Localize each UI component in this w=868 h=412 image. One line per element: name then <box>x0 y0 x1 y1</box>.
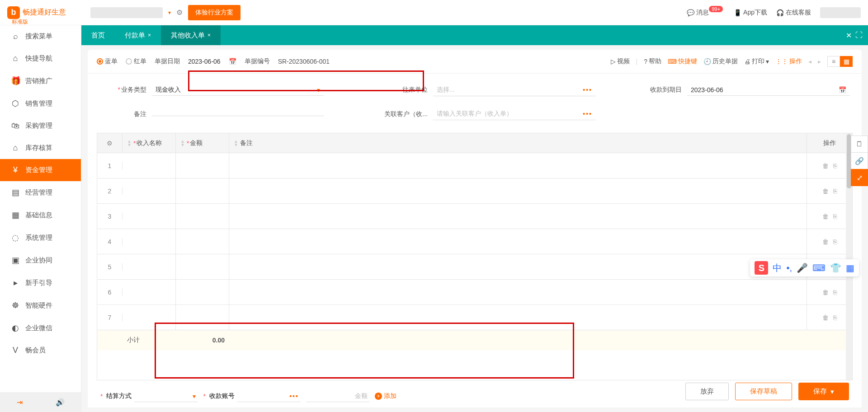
copy-icon[interactable]: ⎘ <box>833 238 837 245</box>
cell-amount[interactable] <box>176 229 229 254</box>
settle-method-select[interactable]: ▾ <box>134 390 198 402</box>
close-icon[interactable]: × <box>208 32 211 38</box>
cell-remark[interactable] <box>229 153 807 178</box>
org-selector[interactable]: ▾ ⚙ <box>90 7 183 18</box>
cell-name[interactable] <box>123 153 176 178</box>
radio-red[interactable]: 红单 <box>126 57 146 66</box>
delete-icon[interactable]: 🗑 <box>822 289 829 296</box>
delete-icon[interactable]: 🗑 <box>822 213 829 220</box>
save-button[interactable]: 保存 ▾ <box>798 383 849 400</box>
help-link[interactable]: ? 帮助 <box>644 57 661 66</box>
table-row[interactable]: 2 🗑 ⎘ <box>97 178 852 204</box>
prev-page-icon[interactable]: ◂ <box>808 58 811 65</box>
close-icon[interactable]: × <box>148 32 151 38</box>
sidebar-item-8[interactable]: ▦基础信息 <box>0 204 81 226</box>
remark-input[interactable] <box>152 112 324 116</box>
save-draft-button[interactable]: 保存草稿 <box>735 383 792 400</box>
more-icon[interactable]: ••• <box>583 110 592 117</box>
bill-date-value[interactable]: 2023-06-06 <box>188 58 221 65</box>
cell-amount[interactable] <box>176 178 229 203</box>
cell-remark[interactable] <box>229 280 807 304</box>
view-detail-button[interactable]: ▦ <box>840 56 853 67</box>
sound-icon[interactable]: 🔊 <box>56 398 65 407</box>
fullscreen-icon[interactable]: ⛶ <box>855 31 863 40</box>
biz-type-select[interactable]: ▾ <box>152 84 324 96</box>
sidebar-item-6[interactable]: ¥资金管理 <box>0 159 81 181</box>
float-expand-icon[interactable]: ⤢ <box>851 169 868 186</box>
collapse-icon[interactable]: ⇥ <box>17 398 23 407</box>
ime-mic-icon[interactable]: 🎤 <box>797 262 808 273</box>
copy-icon[interactable]: ⎘ <box>833 162 837 169</box>
settle-account-select[interactable]: ••• <box>237 390 301 402</box>
ime-lang[interactable]: 中 <box>773 262 782 274</box>
settle-amount-input[interactable]: 金额 <box>306 390 369 402</box>
table-row[interactable]: 5 🗑 ⎘ <box>97 254 852 280</box>
sidebar-item-0[interactable]: ⌕搜索菜单 <box>0 25 81 47</box>
cell-amount[interactable] <box>176 204 229 229</box>
ime-keyboard-icon[interactable]: ⌨ <box>812 262 826 273</box>
next-page-icon[interactable]: ▸ <box>818 58 821 65</box>
biz-type-input[interactable] <box>156 86 317 94</box>
trial-button[interactable]: 体验行业方案 <box>188 5 241 20</box>
tab-付款单[interactable]: 付款单× <box>115 25 161 45</box>
delete-icon[interactable]: 🗑 <box>822 238 829 245</box>
sidebar-item-7[interactable]: ▤经营管理 <box>0 181 81 204</box>
sidebar-item-4[interactable]: 🛍采购管理 <box>0 115 81 137</box>
cell-name[interactable] <box>123 204 176 229</box>
table-row[interactable]: 1 🗑 ⎘ <box>97 153 852 178</box>
copy-icon[interactable]: ⎘ <box>833 314 837 321</box>
tab-其他收入单[interactable]: 其他收入单× <box>161 25 221 45</box>
cell-amount[interactable] <box>176 280 229 304</box>
partner-select[interactable]: 选择... ••• <box>433 84 596 96</box>
cell-amount[interactable] <box>176 254 229 279</box>
calendar-icon[interactable]: 📅 <box>229 58 236 65</box>
calendar-icon[interactable]: 📅 <box>839 86 846 94</box>
copy-icon[interactable]: ⎘ <box>833 187 837 195</box>
cell-name[interactable] <box>123 254 176 279</box>
relate-customer-input[interactable]: 请输入关联客户（收入单） ••• <box>433 108 596 120</box>
col-remark[interactable]: ▲▼备注 <box>229 133 807 153</box>
cell-remark[interactable] <box>229 305 807 330</box>
view-list-button[interactable]: ≡ <box>827 56 840 67</box>
delete-icon[interactable]: 🗑 <box>822 187 829 195</box>
col-amount[interactable]: ▲▼*金额 <box>176 133 229 153</box>
cell-remark[interactable] <box>229 204 807 229</box>
sidebar-item-12[interactable]: ☸智能硬件 <box>0 294 81 317</box>
sidebar-item-10[interactable]: ▣企业协同 <box>0 249 81 272</box>
delete-icon[interactable]: 🗑 <box>822 314 829 321</box>
table-row[interactable]: 3 🗑 ⎘ <box>97 204 852 229</box>
app-download-link[interactable]: 📱 App下载 <box>734 9 767 17</box>
copy-icon[interactable]: ⎘ <box>833 289 837 296</box>
due-date-input[interactable]: 2023-06-06 📅 <box>687 84 850 96</box>
cell-remark[interactable] <box>229 178 807 203</box>
video-link[interactable]: ▷ 视频 <box>611 57 630 66</box>
print-link[interactable]: 🖨 打印 ▾ <box>744 57 769 66</box>
user-name-placeholder[interactable] <box>820 7 861 18</box>
ime-toolbar[interactable]: S 中 •, 🎤 ⌨ 👕 ▦ <box>750 259 859 276</box>
float-note-icon[interactable]: 🗒 <box>851 136 868 153</box>
radio-blue[interactable]: 蓝单 <box>97 57 118 66</box>
gear-icon[interactable]: ⚙ <box>176 8 183 17</box>
messages-link[interactable]: 💬 消息 99+ <box>687 9 725 17</box>
add-settlement-button[interactable]: + 添加 <box>375 392 396 400</box>
tab-首页[interactable]: 首页 <box>81 25 115 45</box>
ime-skin-icon[interactable]: 👕 <box>830 262 841 273</box>
table-row[interactable]: 6 🗑 ⎘ <box>97 280 852 305</box>
table-row[interactable]: 7 🗑 ⎘ <box>97 305 852 330</box>
sidebar-item-14[interactable]: V畅会员 <box>0 339 81 361</box>
sidebar-item-13[interactable]: ◐企业微信 <box>0 317 81 339</box>
cell-amount[interactable] <box>176 305 229 330</box>
cell-amount[interactable] <box>176 153 229 178</box>
float-link-icon[interactable]: 🔗 <box>851 152 868 169</box>
sidebar-item-9[interactable]: ◌系统管理 <box>0 226 81 249</box>
copy-icon[interactable]: ⎘ <box>833 213 837 220</box>
shortcut-link[interactable]: ⌨ 快捷键 <box>668 57 697 66</box>
grid-settings-icon[interactable]: ⚙ <box>97 133 123 153</box>
ime-punct-icon[interactable]: •, <box>786 263 792 273</box>
close-all-icon[interactable]: ✕ <box>846 31 852 40</box>
table-row[interactable]: 4 🗑 ⎘ <box>97 229 852 254</box>
sidebar-item-5[interactable]: ⌂库存核算 <box>0 137 81 159</box>
cell-remark[interactable] <box>229 229 807 254</box>
cell-name[interactable] <box>123 178 176 203</box>
sidebar-item-1[interactable]: ⌂快捷导航 <box>0 47 81 70</box>
